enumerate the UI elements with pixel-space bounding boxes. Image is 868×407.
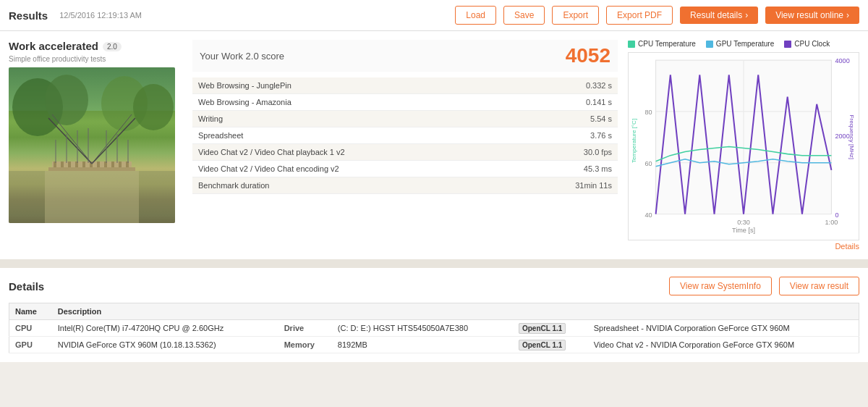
opencl2-value: Video Chat v2 - NVIDIA Corporation GeFor… [588,337,859,353]
svg-text:0:30: 0:30 [737,219,750,226]
score-label: Your Work 2.0 score [200,51,284,62]
opencl1-badge: OpenCL 1.1 [519,323,566,334]
details-header: Details View raw SystemInfo View raw res… [9,277,859,295]
page-title: Results [9,9,48,22]
view-online-button[interactable]: View result online › [765,7,859,24]
bench-name: Benchmark duration [192,177,518,194]
chart-details-link[interactable]: Details [628,242,859,251]
left-panel: Work accelerated 2.0 Simple office produ… [9,40,182,251]
svg-text:Frequency [MHz]: Frequency [MHz] [848,115,855,160]
bench-name: Spreadsheet [192,127,518,144]
drive-value: (C: D: E:) HGST HTS545050A7E380 [332,320,513,337]
details-title: Details [9,280,44,293]
bench-value: 0.332 s [518,77,618,94]
legend-item: CPU Temperature [628,40,696,48]
col-name-header: Name [9,303,52,320]
svg-rect-9 [68,161,71,167]
benchmark-row: Writing5.54 s [192,111,618,127]
benchmark-table: Web Browsing - JunglePin0.332 sWeb Brows… [192,77,618,194]
work-title: Work accelerated [9,40,98,52]
svg-rect-16 [119,161,122,167]
legend-label: CPU Clock [794,40,830,48]
details-buttons: View raw SystemInfo View raw result [669,277,859,295]
bridge-svg [9,67,175,223]
details-section: Details View raw SystemInfo View raw res… [0,268,868,362]
opencl1-badge-cell: OpenCL 1.1 [513,320,588,337]
svg-rect-30 [45,171,139,223]
opencl2-badge: OpenCL 1.1 [519,340,566,351]
svg-text:1:00: 1:00 [825,219,838,226]
svg-rect-15 [111,161,114,167]
svg-rect-11 [82,161,85,167]
svg-rect-8 [61,161,64,167]
svg-text:2000: 2000 [835,133,849,140]
benchmark-row: Web Browsing - JunglePin0.332 s [192,77,618,94]
view-result-button[interactable]: View raw result [779,277,859,295]
details-table: Name Description CPU Intel(R) Core(TM) i… [9,303,859,353]
work-header: Work accelerated 2.0 [9,40,182,52]
bridge-image-inner [9,67,175,223]
svg-rect-6 [48,167,135,171]
svg-text:40: 40 [644,211,652,219]
col-name-header2 [278,303,332,320]
bench-name: Video Chat v2 / Video Chat playback 1 v2 [192,144,518,161]
benchmark-row: Benchmark duration31min 11s [192,177,618,194]
svg-point-2 [45,75,88,125]
timestamp: 12/5/2016 12:19:13 AM [59,11,448,20]
spec-row-gpu: GPU NVIDIA GeForce GTX 960M (10.18.13.53… [9,337,859,353]
opencl1-value: Spreadsheet - NVIDIA Corporation GeForce… [588,320,859,337]
drive-label: Drive [278,320,332,337]
svg-text:0: 0 [835,211,838,219]
memory-value: 8192MB [332,337,513,353]
result-details-button[interactable]: Result details › [680,7,758,24]
legend-color [706,41,713,48]
cpu-label: CPU [9,320,52,337]
legend-label: CPU Temperature [638,40,696,48]
benchmark-row: Web Browsing - Amazonia0.141 s [192,94,618,111]
svg-text:4000: 4000 [835,57,849,64]
svg-text:60: 60 [644,160,652,167]
score-value: 4052 [566,44,610,67]
memory-label: Memory [278,337,332,353]
view-sysinfo-button[interactable]: View raw SystemInfo [669,277,772,295]
load-button[interactable]: Load [455,6,496,25]
bench-value: 31min 11s [518,177,618,194]
spec-row-cpu: CPU Intel(R) Core(TM) i7-4720HQ CPU @ 2.… [9,320,859,337]
legend-label: GPU Temperature [716,40,774,48]
right-panel: CPU TemperatureGPU TemperatureCPU Clock … [628,40,859,251]
bench-value: 30.0 fps [518,144,618,161]
benchmark-row: Video Chat v2 / Video Chat playback 1 v2… [192,144,618,161]
export-pdf-button[interactable]: Export PDF [606,6,673,25]
score-row: Your Work 2.0 score 4052 [192,40,618,72]
bench-name: Video Chat v2 / Video Chat encoding v2 [192,161,518,177]
legend-color [784,41,791,48]
gpu-value: NVIDIA GeForce GTX 960M (10.18.13.5362) [52,337,278,353]
col-desc-header3 [588,303,859,320]
benchmark-row: Spreadsheet3.76 s [192,127,618,144]
cpu-value: Intel(R) Core(TM) i7-4720HQ CPU @ 2.60GH… [52,320,278,337]
svg-rect-13 [97,161,100,167]
benchmark-image [9,67,175,223]
bench-name: Web Browsing - Amazonia [192,94,518,111]
save-button[interactable]: Save [503,6,545,25]
svg-text:Temperature [°C]: Temperature [°C] [631,119,637,163]
opencl2-badge-cell: OpenCL 1.1 [513,337,588,353]
center-panel: Your Work 2.0 score 4052 Web Browsing - … [192,40,618,251]
section-separator [0,259,868,268]
col-desc-header2 [332,303,513,320]
legend-item: CPU Clock [784,40,830,48]
svg-point-4 [133,84,174,130]
legend-item: GPU Temperature [706,40,774,48]
col-desc-header: Description [52,303,278,320]
export-button[interactable]: Export [552,6,599,25]
bench-value: 3.76 s [518,127,618,144]
legend-color [628,41,635,48]
chart-legend: CPU TemperatureGPU TemperatureCPU Clock [628,40,859,48]
performance-chart: 80 60 40 4000 2000 0 Temperature [°C] Fr… [629,53,859,240]
chart-container: 80 60 40 4000 2000 0 Temperature [°C] Fr… [628,52,859,240]
work-version: 2.0 [103,42,122,51]
gpu-label: GPU [9,337,52,353]
bench-name: Writing [192,111,518,127]
bench-value: 5.54 s [518,111,618,127]
svg-text:80: 80 [644,109,652,116]
